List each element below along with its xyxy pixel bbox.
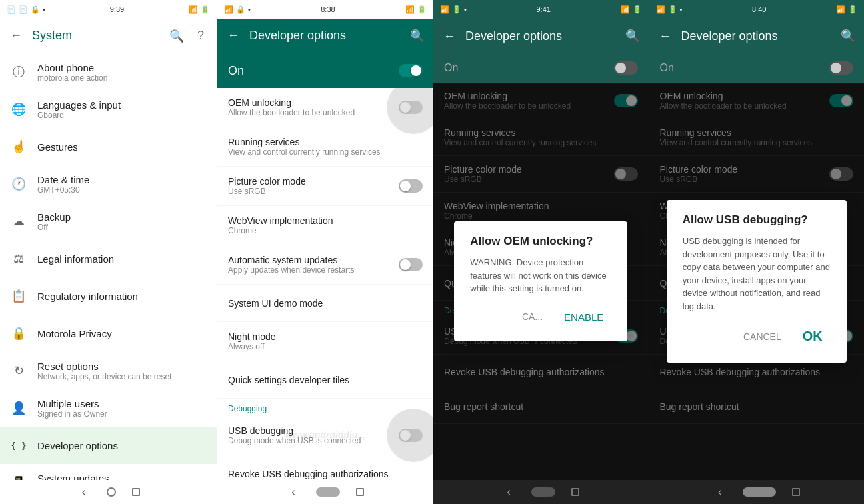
battery3-icon: 🔋 [633, 5, 642, 14]
backup-subtitle: Off [37, 223, 206, 232]
sidebar-item-datetime[interactable]: 🕐 Date & time GMT+05:30 [0, 165, 217, 203]
status-bar-3: 📶 🔋 • 9:41 📶 🔋 [433, 0, 649, 19]
home-nav-2[interactable] [316, 487, 340, 497]
recents-nav-1[interactable] [132, 488, 140, 496]
webview-item-2[interactable]: WebView implementation Chrome [217, 206, 433, 245]
oem-title-2: OEM unlocking [228, 97, 399, 108]
back-btn-3[interactable]: ← [441, 28, 457, 44]
wifi-icon-2: 📶 [224, 5, 233, 14]
system-ui-item-2[interactable]: System UI demo mode [217, 285, 433, 322]
datetime-title: Date & time [37, 174, 206, 185]
sys-icons-3: 📶 🔋 [621, 5, 642, 14]
sidebar-item-developer[interactable]: { } Developer options [0, 427, 217, 464]
notif-icons-3: 📶 🔋 • [440, 5, 467, 14]
recents-nav-2[interactable] [356, 488, 364, 496]
night-mode-item-2[interactable]: Night mode Always off [217, 322, 433, 361]
sidebar-item-system-updates[interactable]: 📱 System updates Updated to Android 9 [0, 464, 217, 480]
oem-toggle-2[interactable] [399, 101, 423, 114]
sidebar-item-users[interactable]: 👤 Multiple users Signed in as Owner [0, 389, 217, 427]
search-btn-3[interactable]: 🔍 [625, 28, 641, 44]
back-btn-2[interactable]: ← [225, 28, 241, 44]
back-nav-3[interactable]: ‹ [502, 485, 515, 499]
dev-toggle-4[interactable] [829, 61, 853, 75]
ok-btn-4[interactable]: OK [795, 323, 831, 349]
auto-updates-title-2: Automatic system updates [228, 255, 399, 265]
back-btn-4[interactable]: ← [657, 28, 673, 44]
system-title: System [32, 29, 161, 43]
cancel-btn-4[interactable]: Cancel [735, 323, 789, 349]
sidebar-item-reset[interactable]: ↻ Reset options Network, apps, or device… [0, 352, 217, 389]
datetime-subtitle: GMT+05:30 [37, 185, 206, 195]
running-services-item-2[interactable]: Running services View and control curren… [217, 127, 433, 167]
sidebar-list: ⓘ About phone motorola one action 🌐 Lang… [0, 53, 217, 480]
developer-panel-4: 📶 🔋 • 8:40 📶 🔋 ← Developer options 🔍 On [649, 0, 865, 504]
legal-title: Legal information [37, 253, 206, 265]
battery-icon: 🔋 [201, 5, 210, 14]
on-label-2: On [228, 64, 244, 78]
privacy-title: Motorola Privacy [37, 328, 206, 339]
sidebar-item-about[interactable]: ⓘ About phone motorola one action [0, 53, 217, 91]
home-nav-4[interactable] [743, 487, 776, 497]
dot-icon: • [43, 5, 45, 13]
wifi-icon: 📶 [189, 5, 198, 14]
oem-unlocking-item-2[interactable]: OEM unlocking Allow the bootloader to be… [217, 88, 433, 127]
picture-title-2: Picture color mode [228, 176, 399, 187]
auto-toggle-2[interactable] [399, 258, 423, 271]
developer-icon: { } [11, 437, 27, 453]
battery-icon-4: 🔋 [668, 5, 677, 14]
back-nav-2[interactable]: ‹ [287, 485, 300, 499]
legal-icon: ⚖ [11, 251, 27, 267]
home-nav-3[interactable] [531, 487, 555, 497]
developer-panel-3: 📶 🔋 • 9:41 📶 🔋 ← Developer options 🔍 On [433, 0, 649, 504]
auto-updates-item-2[interactable]: Automatic system updates Apply updates w… [217, 245, 433, 285]
revoke-title-2: Revoke USB debugging authorizations [228, 469, 423, 479]
revoke-usb-item-2[interactable]: Revoke USB debugging authorizations [217, 455, 433, 480]
wifi-icon-4: 📶 [656, 5, 665, 14]
dialog-actions-3: Ca... Enable [470, 306, 611, 328]
help-button[interactable]: ? [193, 28, 209, 44]
about-subtitle: motorola one action [37, 73, 206, 83]
users-subtitle: Signed in as Owner [37, 409, 206, 419]
dev-toggle-3[interactable] [614, 61, 638, 75]
picture-color-item-2[interactable]: Picture color mode Use sRGB [217, 167, 433, 206]
system-appbar: ← System 🔍 ? [0, 19, 217, 53]
enable-btn-3[interactable]: Enable [556, 306, 611, 328]
recents-nav-3[interactable] [571, 488, 579, 496]
picture-toggle-2[interactable] [399, 179, 423, 193]
oem-dialog: Allow OEM unlocking? WARNING: Device pro… [454, 221, 627, 341]
search-btn-4[interactable]: 🔍 [840, 28, 856, 44]
right-section: 📶 🔋 • 9:41 📶 🔋 ← Developer options 🔍 On [433, 0, 864, 504]
usb-debug-item-2[interactable]: USB debugging Debug mode when USB is con… [217, 416, 433, 455]
dot3-icon: • [464, 5, 467, 13]
sidebar-item-privacy[interactable]: 🔒 Motorola Privacy [0, 315, 217, 352]
on-row-3: On [433, 53, 649, 83]
status-bar-4: 📶 🔋 • 8:40 📶 🔋 [649, 0, 865, 19]
quick-settings-item-2[interactable]: Quick settings developer tiles [217, 361, 433, 399]
regulatory-icon: 📋 [11, 288, 27, 304]
back-button-1[interactable]: ← [8, 28, 24, 44]
usb-toggle-2[interactable] [399, 429, 423, 442]
system-ui-title-2: System UI demo mode [228, 298, 423, 309]
cancel-btn-3[interactable]: Ca... [514, 306, 551, 328]
sidebar-item-legal[interactable]: ⚖ Legal information [0, 240, 217, 277]
search-btn-2[interactable]: 🔍 [409, 28, 425, 44]
dialog-overlay-3: Allow OEM unlocking? WARNING: Device pro… [433, 83, 649, 480]
wifi4-icon: 📶 [836, 5, 845, 14]
sidebar-item-gestures[interactable]: ☝ Gestures [0, 128, 217, 165]
users-title: Multiple users [37, 398, 206, 409]
dev-title-4: Developer options [681, 29, 833, 43]
users-icon: 👤 [11, 400, 27, 416]
nav-bar-3: ‹ [433, 480, 649, 504]
sidebar-item-languages[interactable]: 🌐 Languages & input Gboard [0, 91, 217, 128]
developer-panel-light: 📶 🔒 • 8:38 📶 🔋 ← Developer options 🔍 On … [217, 0, 433, 504]
back-nav-1[interactable]: ‹ [77, 485, 91, 499]
dev-title-2: Developer options [249, 29, 401, 43]
sidebar-item-regulatory[interactable]: 📋 Regulatory information [0, 277, 217, 315]
dialog-actions-4: Cancel OK [683, 323, 831, 349]
sidebar-item-backup[interactable]: ☁ Backup Off [0, 203, 217, 240]
dev-toggle-2[interactable] [399, 64, 423, 77]
back-nav-4[interactable]: ‹ [713, 485, 727, 499]
recents-nav-4[interactable] [792, 488, 800, 496]
search-button-1[interactable]: 🔍 [169, 28, 185, 44]
home-nav-1[interactable] [107, 487, 116, 497]
